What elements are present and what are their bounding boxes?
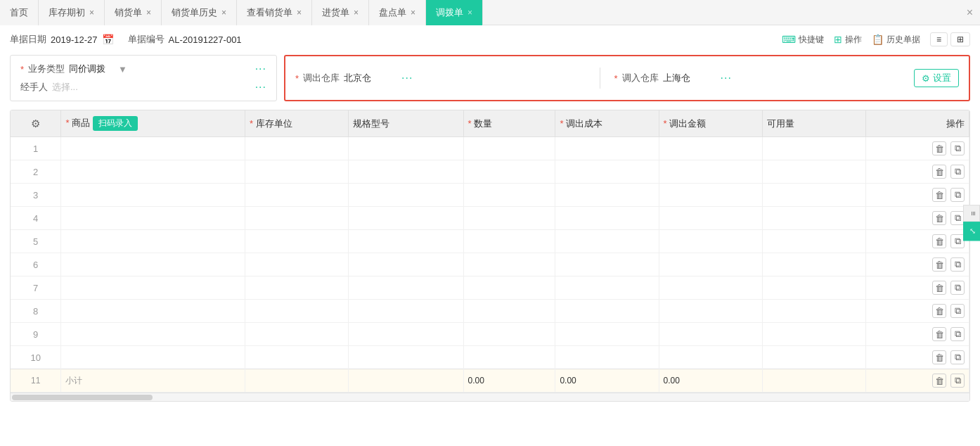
delete-row-button[interactable]: 🗑 <box>932 211 946 225</box>
tab-home[interactable]: 首页 <box>0 0 39 25</box>
cell-spec[interactable] <box>349 160 463 184</box>
tab-close-icon[interactable]: × <box>297 8 302 18</box>
business-type-dropdown-icon[interactable]: ▼ <box>118 64 127 75</box>
cell-spec[interactable] <box>349 253 463 276</box>
business-type-more-icon[interactable]: ··· <box>255 63 266 75</box>
copy-row-button[interactable]: ⧉ <box>950 188 965 202</box>
cell-cost[interactable] <box>555 230 659 253</box>
cell-spec[interactable] <box>349 230 463 253</box>
cell-cost[interactable] <box>555 276 659 300</box>
cell-qty[interactable] <box>463 184 555 207</box>
cell-amount[interactable] <box>659 184 762 207</box>
cell-amount[interactable] <box>659 276 762 300</box>
tab-inventory-init[interactable]: 库存期初 × <box>39 0 105 25</box>
delete-row-button[interactable]: 🗑 <box>932 188 946 202</box>
cell-product[interactable] <box>61 160 245 184</box>
warehouse-in-more-icon[interactable]: ··· <box>721 72 732 84</box>
copy-row-button[interactable]: ⧉ <box>950 374 965 388</box>
float-expand-button[interactable]: ⤢ <box>963 222 980 241</box>
cell-cost[interactable] <box>555 207 659 230</box>
person-more-icon[interactable]: ··· <box>255 81 266 94</box>
copy-row-button[interactable]: ⧉ <box>950 350 965 364</box>
cell-product[interactable] <box>61 323 245 346</box>
cell-spec[interactable] <box>349 207 463 230</box>
cell-unit[interactable] <box>245 253 349 276</box>
cell-product[interactable] <box>61 300 245 323</box>
cell-available[interactable] <box>762 184 865 207</box>
tab-close-icon[interactable]: × <box>146 8 151 18</box>
cell-available[interactable] <box>762 230 865 253</box>
cell-available[interactable] <box>762 137 865 160</box>
cell-product[interactable] <box>61 276 245 300</box>
cell-unit[interactable] <box>245 346 349 369</box>
tab-close-icon[interactable]: × <box>221 8 226 18</box>
grid-view-button[interactable]: ⊞ <box>950 32 970 46</box>
cell-available[interactable] <box>762 300 865 323</box>
cell-unit[interactable] <box>245 323 349 346</box>
delete-row-button[interactable]: 🗑 <box>932 281 946 295</box>
tab-transfer-order[interactable]: 调拨单 × <box>426 0 483 25</box>
cell-cost[interactable] <box>555 160 659 184</box>
copy-row-button[interactable]: ⧉ <box>950 257 965 272</box>
copy-row-button[interactable]: ⧉ <box>950 304 965 318</box>
cell-spec[interactable] <box>349 184 463 207</box>
cell-available[interactable] <box>762 323 865 346</box>
cell-amount[interactable] <box>659 346 762 369</box>
cell-cost[interactable] <box>555 184 659 207</box>
cell-qty[interactable] <box>463 300 555 323</box>
copy-row-button[interactable]: ⧉ <box>950 141 965 155</box>
cell-cost[interactable] <box>555 346 659 369</box>
scroll-thumb[interactable] <box>12 395 153 400</box>
cell-spec[interactable] <box>349 323 463 346</box>
cell-available[interactable] <box>762 160 865 184</box>
cell-product[interactable] <box>61 184 245 207</box>
cell-available[interactable] <box>762 346 865 369</box>
float-list-button[interactable]: ≡ <box>963 205 980 222</box>
copy-row-button[interactable]: ⧉ <box>950 211 965 225</box>
scan-button[interactable]: 扫码录入 <box>93 116 138 131</box>
cell-spec[interactable] <box>349 300 463 323</box>
tab-inventory-check[interactable]: 盘点单 × <box>369 0 426 25</box>
cell-unit[interactable] <box>245 207 349 230</box>
tab-close-icon[interactable]: × <box>411 8 415 18</box>
shortcut-button[interactable]: ⌨ 快捷键 <box>782 34 824 46</box>
table-gear-icon[interactable]: ⚙ <box>31 117 40 129</box>
cell-cost[interactable] <box>555 253 659 276</box>
cell-unit[interactable] <box>245 276 349 300</box>
delete-row-button[interactable]: 🗑 <box>932 234 946 248</box>
cell-available[interactable] <box>762 253 865 276</box>
copy-row-button[interactable]: ⧉ <box>950 281 965 295</box>
history-button[interactable]: 📋 历史单据 <box>872 34 920 46</box>
delete-row-button[interactable]: 🗑 <box>932 374 946 388</box>
cell-qty[interactable] <box>463 276 555 300</box>
cell-cost[interactable] <box>555 300 659 323</box>
cell-unit[interactable] <box>245 160 349 184</box>
delete-row-button[interactable]: 🗑 <box>932 350 946 364</box>
cell-spec[interactable] <box>349 137 463 160</box>
tab-purchase-order[interactable]: 进货单 × <box>312 0 369 25</box>
delete-row-button[interactable]: 🗑 <box>932 257 946 272</box>
warehouse-out-more-icon[interactable]: ··· <box>401 72 413 84</box>
cell-qty[interactable] <box>463 323 555 346</box>
delete-row-button[interactable]: 🗑 <box>932 327 946 341</box>
copy-row-button[interactable]: ⧉ <box>950 165 965 179</box>
copy-row-button[interactable]: ⧉ <box>950 327 965 341</box>
horizontal-scrollbar[interactable] <box>11 393 969 401</box>
cell-product[interactable] <box>61 253 245 276</box>
tab-close-icon[interactable]: × <box>89 8 94 18</box>
cell-qty[interactable] <box>463 137 555 160</box>
cell-spec[interactable] <box>349 276 463 300</box>
cell-qty[interactable] <box>463 230 555 253</box>
cell-unit[interactable] <box>245 184 349 207</box>
cell-amount[interactable] <box>659 300 762 323</box>
person-input[interactable]: 选择... <box>52 81 78 94</box>
cell-unit[interactable] <box>245 137 349 160</box>
copy-row-button[interactable]: ⧉ <box>950 234 965 248</box>
cell-amount[interactable] <box>659 160 762 184</box>
cell-product[interactable] <box>61 346 245 369</box>
tab-sales-order[interactable]: 销货单 × <box>105 0 162 25</box>
delete-row-button[interactable]: 🗑 <box>932 141 946 155</box>
tab-close-icon[interactable]: × <box>468 8 472 18</box>
cell-qty[interactable] <box>463 207 555 230</box>
tab-close-icon[interactable]: × <box>354 8 359 18</box>
